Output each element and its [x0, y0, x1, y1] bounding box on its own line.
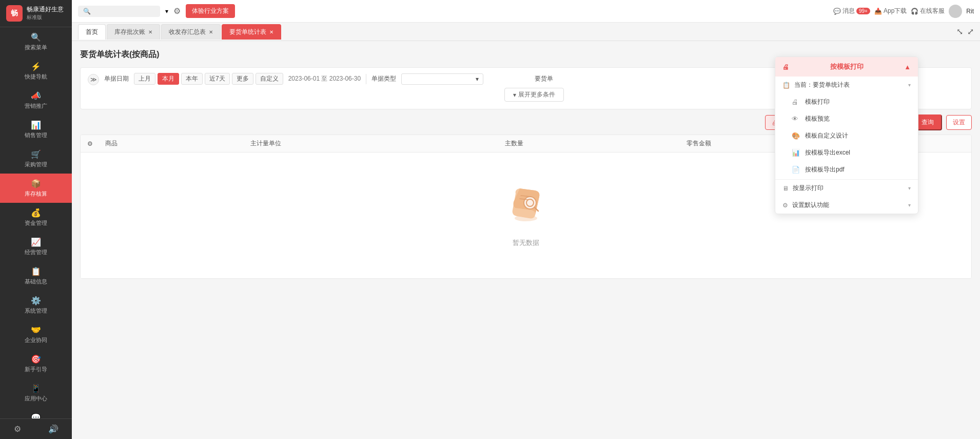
export-excel-icon: 📊 [792, 149, 800, 157]
sidebar-item-quicknav[interactable]: ⚡ 快捷导航 [0, 56, 72, 86]
display-print-icon: 🖥 [782, 185, 789, 192]
settings-button[interactable]: 设置 [946, 115, 972, 130]
sidebar-item-operation[interactable]: 📈 经营管理 [0, 232, 72, 261]
topbar-gear-icon[interactable]: ⚙ [173, 6, 181, 16]
inventory-icon: 📦 [31, 179, 41, 188]
tab-summary-close[interactable]: ✕ [209, 29, 213, 35]
display-print-chevron: ▾ [908, 185, 911, 191]
sidebar-item-system[interactable]: ⚙️ 系统管理 [0, 291, 72, 320]
topbar-dropdown[interactable]: ▾ [165, 8, 168, 15]
dropdown-item-template-design[interactable]: 🎨 模板自定义设计 [775, 127, 918, 144]
sidebar-item-label: 企业协同 [25, 336, 47, 344]
date-btn-more[interactable]: 更多 [232, 73, 253, 85]
sidebar-item-basic[interactable]: 📋 基础信息 [0, 261, 72, 291]
sidebar-item-label: 快捷导航 [25, 73, 47, 81]
col-unit: 主计量单位 [244, 135, 499, 152]
topbar-search-icon: 🔍 [83, 8, 91, 15]
topbar: 🔍 ▾ ⚙ 体验行业方案 💬 消息 99+ 📥 App下载 🎧 在线客服 Rit [72, 0, 980, 23]
sidebar-bottom: ⚙ 🔊 [0, 418, 72, 439]
audio-bottom-icon[interactable]: 🔊 [48, 424, 58, 434]
dropdown-chevron-up[interactable]: ▲ [904, 63, 911, 71]
date-filter-label: 单据日期 [104, 74, 129, 83]
app-edition: 标准版 [27, 14, 64, 21]
message-button[interactable]: 💬 消息 99+ [833, 7, 870, 15]
tab-summary[interactable]: 收发存汇总表 ✕ [161, 24, 221, 40]
wechat-icon: 💬 [31, 413, 41, 418]
filter-expand-button[interactable]: ≫ [88, 74, 99, 85]
dropdown-item-template-print[interactable]: 🖨 模板打印 [775, 93, 918, 110]
sidebar-item-label: 经营管理 [25, 249, 47, 256]
dropdown-current-template[interactable]: 📋 当前：要货单统计表 ▾ [775, 77, 918, 93]
sidebar-item-purchase[interactable]: 🛒 采购管理 [0, 144, 72, 174]
date-btn-prev-month[interactable]: 上月 [134, 73, 155, 85]
settings-bottom-icon[interactable]: ⚙ [14, 424, 21, 434]
system-icon: ⚙️ [31, 296, 41, 306]
service-icon: 🎧 [911, 8, 918, 15]
topbar-dropdown-chevron: ▾ [165, 8, 168, 15]
sidebar: 畅 畅康通好生意 标准版 🔍 搜索菜单 ⚡ 快捷导航 📣 营销推广 📊 销售管理… [0, 0, 72, 439]
tab-order-stats[interactable]: 要货单统计表 ✕ [222, 24, 281, 40]
print-dropdown-menu: 🖨 按模板打印 ▲ 📋 当前：要货单统计表 ▾ 🖨 模板打印 👁 模板预览 [775, 56, 918, 214]
sidebar-item-label: 应用中心 [25, 395, 47, 403]
online-service-button[interactable]: 🎧 在线客服 [911, 7, 945, 15]
collab-icon: 🤝 [31, 325, 41, 335]
topbar-search-box[interactable]: 🔍 [78, 6, 160, 17]
expand-more-conditions-button[interactable]: ▾ 展开更多条件 [504, 88, 564, 102]
order-type-label: 要货单 [535, 74, 553, 83]
sidebar-item-collab[interactable]: 🤝 企业协同 [0, 320, 72, 349]
sidebar-item-search[interactable]: 🔍 搜索菜单 [0, 27, 72, 56]
date-btn-7days[interactable]: 近7天 [205, 73, 230, 85]
sidebar-item-label: 基础信息 [25, 278, 47, 285]
column-settings-icon[interactable]: ⚙ [87, 140, 93, 147]
col-product: 商品 [99, 135, 244, 152]
topbar-actions: 💬 消息 99+ 📥 App下载 🎧 在线客服 Rit [833, 5, 974, 18]
template-print-icon: 🖨 [792, 98, 800, 106]
marketing-icon: 📣 [31, 91, 41, 101]
date-btn-custom[interactable]: 自定义 [256, 73, 283, 85]
dropdown-header: 🖨 按模板打印 ▲ [775, 57, 918, 77]
dropdown-default-func[interactable]: ⚙ 设置默认功能 ▾ [775, 197, 918, 214]
app-download-button[interactable]: 📥 App下载 [874, 7, 907, 15]
dropdown-item-template-preview[interactable]: 👁 模板预览 [775, 110, 918, 127]
main-content: 要货单统计表(按商品) ≫ 单据日期 上月 本月 本年 近7天 更多 自定义 2… [72, 41, 980, 439]
tab-batch[interactable]: 库存批次账 ✕ [107, 24, 160, 40]
tab-batch-close[interactable]: ✕ [148, 29, 152, 35]
dropdown-display-print[interactable]: 🖥 按显示打印 ▾ [775, 180, 918, 197]
industry-solution-button[interactable]: 体验行业方案 [186, 4, 235, 18]
template-design-icon: 🎨 [792, 132, 800, 140]
sidebar-item-inventory[interactable]: 📦 库存核算 [0, 174, 72, 203]
filter-date-buttons: 上月 本月 本年 近7天 更多 自定义 [134, 73, 283, 85]
dropdown-print-icon: 🖨 [782, 63, 789, 71]
sidebar-logo: 畅 畅康通好生意 标准版 [0, 0, 72, 27]
tab-order-stats-label: 要货单统计表 [229, 28, 266, 36]
dropdown-item-export-pdf[interactable]: 📄 按模板导出pdf [775, 161, 918, 178]
user-avatar[interactable] [949, 5, 962, 18]
finance-icon: 💰 [31, 208, 41, 218]
sidebar-item-wechat[interactable]: 💬 企业微信 [0, 408, 72, 418]
sidebar-item-finance[interactable]: 💰 资金管理 [0, 203, 72, 232]
apps-icon: 📱 [31, 384, 41, 393]
sidebar-item-guide[interactable]: 🎯 新手引导 [0, 349, 72, 378]
tab-minimize-icon[interactable]: ⤢ [967, 27, 974, 36]
tab-order-stats-close[interactable]: ✕ [269, 29, 273, 35]
sidebar-item-apps[interactable]: 📱 应用中心 [0, 378, 72, 408]
template-preview-icon: 👁 [792, 115, 800, 123]
dropdown-item-export-excel[interactable]: 📊 按模板导出excel [775, 144, 918, 161]
basic-icon: 📋 [31, 266, 41, 276]
date-btn-this-year[interactable]: 本年 [181, 73, 203, 85]
date-btn-this-month[interactable]: 本月 [158, 73, 179, 85]
doc-type-select[interactable]: ▾ [401, 73, 483, 85]
sidebar-item-marketing[interactable]: 📣 营销推广 [0, 86, 72, 115]
sidebar-item-label: 营销推广 [25, 102, 47, 110]
sidebar-item-label: 采购管理 [25, 161, 47, 168]
sidebar-item-label: 新手引导 [25, 366, 47, 373]
tab-expand-icon[interactable]: ⤡ [956, 27, 963, 36]
empty-icon [505, 183, 546, 232]
dropdown-sub-section: 🖥 按显示打印 ▾ ⚙ 设置默认功能 ▾ [775, 179, 918, 214]
sidebar-item-sales[interactable]: 📊 销售管理 [0, 115, 72, 144]
filter-date-range: 2023-06-01 至 2023-06-30 [288, 74, 361, 83]
current-template-chevron: ▾ [908, 82, 911, 88]
default-func-chevron: ▾ [908, 202, 911, 208]
tab-home[interactable]: 首页 [78, 24, 106, 40]
app-name: 畅康通好生意 [27, 6, 64, 14]
